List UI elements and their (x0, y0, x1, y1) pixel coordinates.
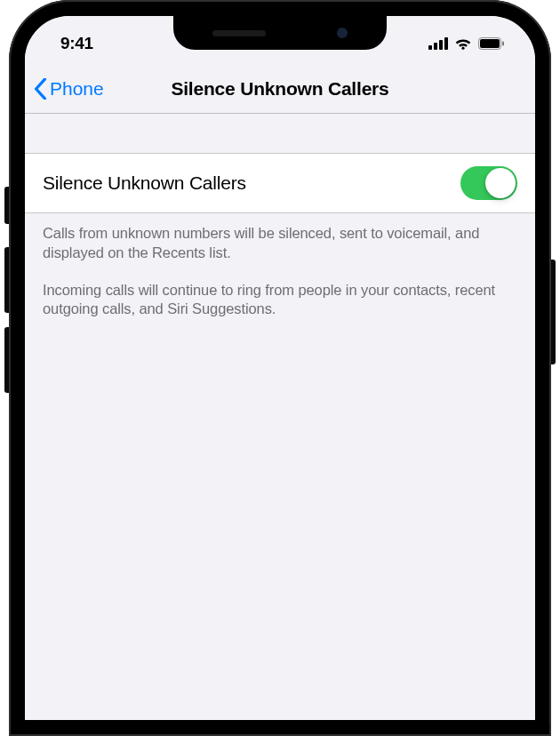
section-spacer (25, 114, 535, 153)
description-paragraph-1: Calls from unknown numbers will be silen… (43, 224, 517, 263)
watermark: 365electric.com (476, 720, 551, 732)
back-label: Phone (50, 78, 104, 100)
chevron-left-icon (34, 78, 47, 100)
notch (173, 16, 387, 50)
back-button[interactable]: Phone (34, 78, 104, 100)
svg-rect-3 (444, 37, 448, 50)
wifi-icon (454, 37, 472, 50)
description-paragraph-2: Incoming calls will continue to ring fro… (43, 281, 517, 320)
front-camera (337, 28, 348, 38)
svg-rect-1 (434, 43, 437, 50)
silence-unknown-callers-toggle[interactable] (460, 166, 517, 200)
silence-unknown-callers-cell: Silence Unknown Callers (25, 153, 535, 213)
svg-point-4 (461, 47, 464, 50)
setting-label: Silence Unknown Callers (43, 172, 246, 194)
svg-rect-7 (502, 42, 504, 46)
setting-description: Calls from unknown numbers will be silen… (25, 213, 535, 319)
speaker (212, 30, 266, 36)
page-title: Silence Unknown Callers (171, 78, 388, 100)
battery-icon (478, 37, 505, 50)
switch-knob (485, 168, 516, 198)
screen: 9:41 (25, 16, 535, 720)
status-icons (428, 37, 505, 50)
svg-rect-2 (439, 40, 443, 50)
svg-rect-0 (428, 45, 432, 50)
nav-bar: Phone Silence Unknown Callers (25, 64, 535, 114)
svg-rect-6 (480, 39, 500, 48)
status-time: 9:41 (60, 34, 93, 53)
cellular-icon (428, 37, 448, 50)
device-frame: 9:41 (9, 0, 551, 736)
